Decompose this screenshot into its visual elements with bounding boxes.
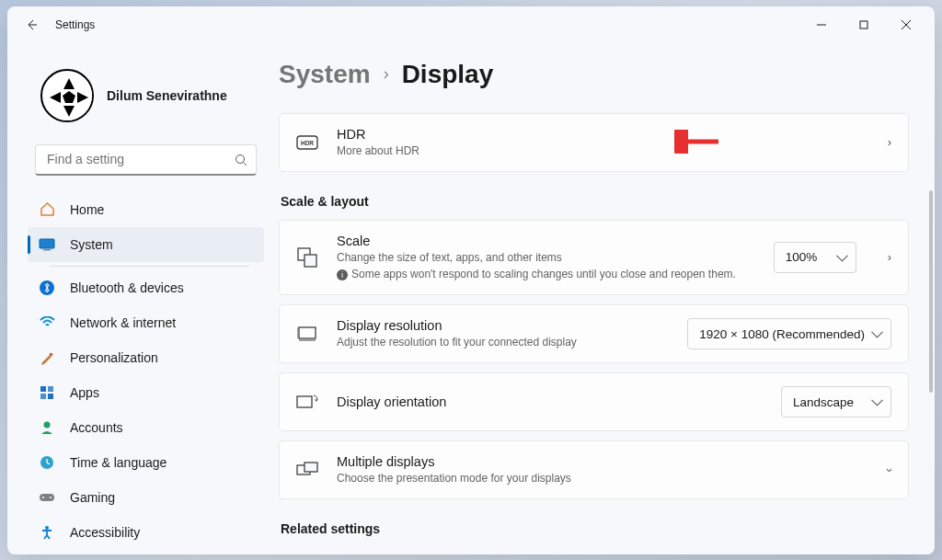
bluetooth-icon [39,280,55,296]
hdr-subtitle: More about HDR [337,143,869,158]
avatar[interactable] [40,69,94,122]
breadcrumb-parent[interactable]: System [279,60,371,89]
svg-line-11 [244,162,247,166]
breadcrumb: System › Display [279,60,909,89]
hdr-icon: HDR [296,135,318,150]
nav-separator [50,266,249,267]
sidebar-item-gaming[interactable]: Gaming [28,480,264,515]
svg-marker-5 [63,78,75,89]
sidebar-item-label: Gaming [70,490,115,505]
sidebar-item-home[interactable]: Home [28,192,264,227]
svg-rect-32 [299,327,316,338]
sidebar-item-label: Network & internet [70,315,176,330]
apps-icon [39,384,55,401]
chevron-right-icon: › [888,250,891,264]
system-icon [39,236,55,253]
scale-select[interactable]: 100% [774,242,856,273]
sidebar-item-bluetooth[interactable]: Bluetooth & devices [28,270,264,305]
svg-point-25 [45,526,49,530]
svg-marker-8 [77,92,88,103]
sidebar-item-system[interactable]: System [28,227,264,262]
orientation-select[interactable]: Landscape [781,386,891,417]
sidebar-item-personalization[interactable]: Personalization [28,340,264,375]
svg-rect-38 [304,463,317,472]
multiple-displays-icon [296,462,318,478]
username: Dilum Senevirathne [107,88,227,103]
svg-point-23 [42,497,44,498]
svg-rect-12 [40,239,54,248]
sidebar-item-label: Home [70,202,104,217]
sidebar-item-label: Time & language [70,455,167,470]
scale-icon [296,247,318,268]
gaming-icon [39,489,55,506]
section-related: Related settings [281,521,909,536]
hdr-title: HDR [337,127,869,142]
section-scale-layout: Scale & layout [281,194,909,209]
svg-rect-19 [48,394,53,399]
accessibility-icon [39,524,55,541]
maximize-button[interactable] [843,10,885,40]
svg-rect-18 [40,394,46,399]
scale-card[interactable]: Scale Change the size of text, apps, and… [279,220,909,295]
orientation-title: Display orientation [337,394,763,409]
sidebar-item-label: Bluetooth & devices [70,280,184,295]
resolution-card[interactable]: Display resolution Adjust the resolution… [279,304,909,363]
sidebar-item-label: Accounts [70,420,123,435]
minimize-button[interactable] [800,10,843,40]
orientation-icon [296,394,318,410]
svg-rect-13 [43,249,51,251]
resolution-sub: Adjust the resolution to fit your connec… [337,335,669,349]
close-button[interactable] [885,10,927,40]
info-icon: i [337,269,348,280]
chevron-right-icon: › [384,64,389,84]
home-icon [39,201,55,218]
multiple-sub: Choose the presentation mode for your di… [337,471,869,486]
svg-rect-35 [297,396,312,407]
app-title: Settings [55,18,95,31]
resolution-title: Display resolution [337,318,669,333]
svg-point-24 [50,497,52,498]
sidebar-item-time[interactable]: Time & language [28,445,264,480]
resolution-icon [296,326,318,342]
svg-marker-9 [63,91,75,103]
sidebar-item-apps[interactable]: Apps [28,375,264,410]
hdr-card[interactable]: HDR HDR More about HDR › [279,113,909,172]
svg-point-20 [44,421,51,428]
svg-point-4 [44,73,94,122]
svg-point-10 [236,154,245,163]
sidebar-item-label: Accessibility [70,525,140,540]
chevron-down-icon[interactable]: › [882,468,896,472]
svg-text:HDR: HDR [301,140,314,146]
personalization-icon [39,349,55,366]
svg-rect-1 [860,21,867,29]
sidebar-item-label: Personalization [70,350,158,365]
chevron-right-icon: › [888,135,891,149]
sidebar-item-accounts[interactable]: Accounts [28,410,264,445]
scrollbar[interactable] [929,62,933,547]
breadcrumb-current: Display [402,60,494,89]
time-icon [39,454,55,471]
network-icon [39,314,55,331]
sidebar-item-label: System [70,237,113,252]
multiple-title: Multiple displays [337,454,869,469]
sidebar-item-network[interactable]: Network & internet [28,305,264,340]
scale-sub2: Some apps won't respond to scaling chang… [351,268,736,280]
svg-marker-7 [50,92,61,103]
back-button[interactable] [18,12,44,38]
svg-rect-17 [48,386,53,392]
multiple-displays-card[interactable]: Multiple displays Choose the presentatio… [279,440,909,499]
search-icon [235,154,247,166]
scale-sub1: Change the size of text, apps, and other… [337,250,755,265]
sidebar-item-accessibility[interactable]: Accessibility [28,515,264,550]
search-input[interactable] [35,144,257,176]
orientation-card[interactable]: Display orientation Landscape [279,372,909,431]
svg-rect-22 [40,494,54,501]
resolution-select[interactable]: 1920 × 1080 (Recommended) [687,318,891,349]
svg-rect-16 [40,386,46,392]
accounts-icon [39,419,55,436]
svg-marker-6 [63,106,75,117]
svg-rect-31 [304,255,316,267]
scale-title: Scale [337,234,755,248]
sidebar-item-label: Apps [70,385,99,400]
